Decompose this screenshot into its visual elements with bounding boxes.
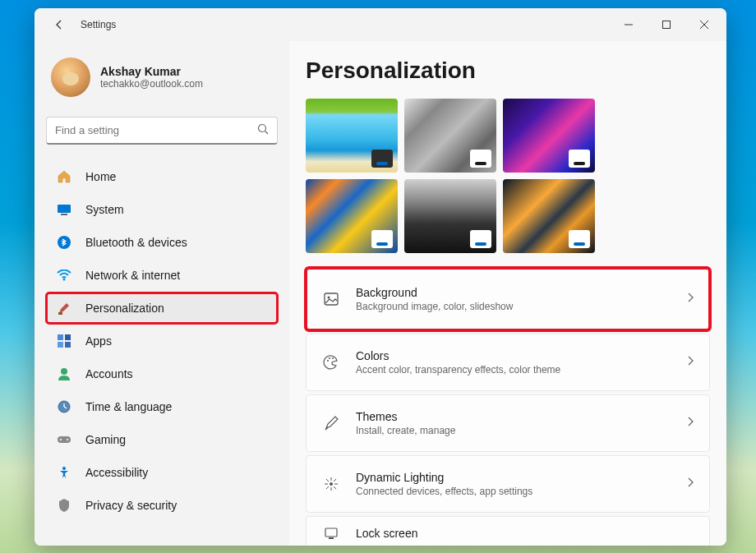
sidebar: Akshay Kumar techakko@outlook.com Home	[35, 41, 289, 546]
svg-point-15	[61, 368, 67, 375]
theme-reef[interactable]	[306, 179, 398, 253]
sidebar-item-apps[interactable]: Apps	[46, 325, 278, 357]
svg-rect-14	[65, 342, 71, 348]
setting-row-colors[interactable]: Colors Accent color, transparency effect…	[306, 334, 710, 391]
accessibility-icon	[56, 464, 72, 481]
sidebar-item-label: System	[85, 203, 124, 216]
svg-point-9	[63, 279, 66, 281]
picture-icon	[321, 289, 341, 309]
setting-subtitle: Accent color, transparency effects, colo…	[356, 364, 686, 376]
system-icon	[56, 201, 72, 218]
svg-point-26	[329, 357, 330, 359]
lock-icon	[321, 523, 341, 543]
svg-rect-6	[58, 205, 71, 213]
setting-title: Colors	[356, 349, 686, 362]
user-email: techakko@outlook.com	[100, 78, 203, 90]
setting-row-themes[interactable]: Themes Install, create, manage	[306, 394, 710, 452]
sidebar-item-time[interactable]: Time & language	[46, 391, 278, 422]
accounts-icon	[56, 366, 72, 382]
svg-rect-37	[325, 528, 337, 537]
titlebar: Settings	[35, 8, 726, 41]
window-title: Settings	[81, 19, 116, 30]
chevron-right-icon	[686, 355, 694, 370]
setting-subtitle: Connected devices, effects, app settings	[356, 486, 686, 497]
sidebar-item-privacy[interactable]: Privacy & security	[46, 490, 278, 521]
svg-point-28	[330, 482, 333, 486]
palette-icon	[321, 353, 341, 372]
sidebar-item-label: Accounts	[85, 367, 133, 380]
minimize-button[interactable]	[610, 12, 648, 37]
theme-space[interactable]	[503, 179, 595, 253]
svg-line-34	[334, 486, 336, 489]
setting-row-background[interactable]: Background Background image, color, slid…	[306, 268, 710, 330]
setting-row-dynamic-lighting[interactable]: Dynamic Lighting Connected devices, effe…	[306, 455, 710, 513]
svg-point-21	[67, 439, 69, 441]
svg-point-22	[62, 467, 66, 470]
svg-line-5	[265, 131, 269, 134]
sidebar-item-accounts[interactable]: Accounts	[46, 358, 278, 389]
user-name: Akshay Kumar	[100, 65, 203, 78]
sidebar-item-network[interactable]: Network & internet	[46, 260, 278, 291]
theme-dark[interactable]	[404, 179, 496, 253]
svg-rect-10	[58, 312, 62, 315]
sidebar-item-label: Accessibility	[85, 466, 148, 479]
svg-rect-11	[58, 334, 63, 340]
maximize-button[interactable]	[648, 12, 685, 37]
search-input[interactable]	[55, 124, 257, 136]
apps-icon	[56, 333, 72, 349]
theme-neon[interactable]	[503, 99, 595, 173]
svg-line-33	[326, 479, 329, 482]
chevron-right-icon	[686, 292, 694, 306]
chevron-right-icon	[686, 416, 694, 431]
svg-rect-38	[329, 537, 334, 539]
svg-point-25	[327, 360, 329, 362]
back-button[interactable]	[46, 12, 72, 38]
setting-title: Background	[356, 286, 686, 299]
avatar	[51, 58, 90, 97]
page-title: Personalization	[306, 58, 710, 84]
gaming-icon	[56, 431, 72, 448]
setting-subtitle: Background image, color, slideshow	[356, 301, 686, 312]
chevron-right-icon	[686, 477, 694, 491]
brush-icon	[321, 413, 341, 433]
sidebar-item-home[interactable]: Home	[46, 161, 278, 192]
setting-title: Themes	[356, 410, 686, 423]
setting-subtitle: Install, create, manage	[356, 425, 686, 436]
home-icon	[56, 168, 72, 185]
window-body: Akshay Kumar techakko@outlook.com Home	[35, 41, 726, 546]
sidebar-item-gaming[interactable]: Gaming	[46, 424, 278, 455]
shield-icon	[56, 497, 72, 514]
search-box[interactable]	[46, 117, 278, 145]
settings-window: Settings Akshay Kumar techakko@outlook.c…	[35, 8, 726, 546]
sidebar-item-label: Gaming	[85, 433, 126, 446]
sidebar-item-personalization[interactable]: Personalization	[46, 293, 278, 324]
sidebar-item-label: Personalization	[85, 302, 164, 315]
svg-point-24	[328, 297, 330, 299]
close-button[interactable]	[685, 12, 723, 37]
theme-cubes[interactable]	[404, 99, 496, 173]
sidebar-item-label: Apps	[85, 334, 112, 348]
wifi-icon	[56, 267, 72, 283]
paintbrush-icon	[56, 300, 72, 316]
sidebar-item-system[interactable]: System	[46, 194, 278, 225]
main-content: Personalization	[289, 41, 726, 546]
svg-rect-19	[58, 436, 71, 443]
svg-line-36	[326, 486, 329, 489]
setting-title: Lock screen	[356, 527, 694, 540]
search-icon	[257, 123, 269, 138]
svg-point-4	[259, 124, 266, 131]
sidebar-item-label: Privacy & security	[85, 499, 177, 512]
sidebar-item-accessibility[interactable]: Accessibility	[46, 457, 278, 488]
svg-point-27	[332, 357, 334, 359]
svg-point-20	[60, 439, 62, 441]
svg-line-35	[334, 479, 336, 482]
svg-rect-7	[61, 214, 67, 215]
setting-row-lock-screen[interactable]: Lock screen	[306, 516, 710, 546]
theme-beach[interactable]	[306, 99, 398, 173]
bluetooth-icon	[56, 234, 72, 251]
sidebar-item-bluetooth[interactable]: Bluetooth & devices	[46, 227, 278, 258]
sidebar-item-label: Bluetooth & devices	[85, 236, 187, 249]
sidebar-item-label: Time & language	[85, 400, 172, 413]
svg-rect-1	[663, 21, 671, 29]
user-block[interactable]: Akshay Kumar techakko@outlook.com	[46, 49, 278, 110]
